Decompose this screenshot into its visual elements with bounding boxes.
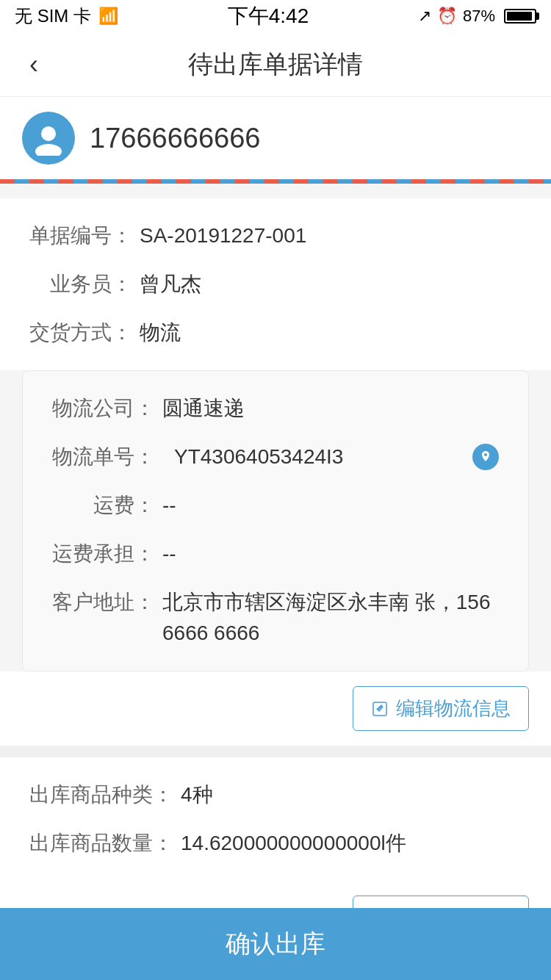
address-label: 客户地址： (52, 587, 162, 618)
freight-bearer-row: 运费承担： -- (52, 538, 499, 569)
status-right: ↗ ⏰ 87% (418, 7, 536, 26)
alarm-icon: ⏰ (437, 7, 457, 26)
order-info-section: 单据编号： SA-20191227-001 业务员： 曾凡杰 交货方式： 物流 (0, 198, 551, 370)
svg-point-0 (41, 126, 56, 141)
section-separator (0, 746, 551, 757)
freight-label: 运费： (52, 490, 162, 521)
location-status-icon: ↗ (418, 7, 431, 26)
freight-bearer-value: -- (162, 538, 499, 569)
avatar (22, 112, 75, 165)
status-bar: 无 SIM 卡 📶 下午4:42 ↗ ⏰ 87% (0, 0, 551, 32)
logistics-company-value: 圆通速递 (162, 393, 499, 424)
tracking-number-label: 物流单号： (52, 442, 162, 472)
goods-types-value: 4种 (181, 779, 522, 810)
goods-section: 出库商品种类： 4种 出库商品数量： 14.620000000000000l件 (0, 757, 551, 881)
edit-logistics-button[interactable]: 编辑物流信息 (353, 686, 529, 731)
nav-bar: ‹ 待出库单据详情 (0, 32, 551, 97)
tracking-number-row: 物流单号： YT43064053424I3 (52, 442, 499, 472)
address-row: 客户地址： 北京市市辖区海淀区永丰南 张，156 6666 6666 (52, 587, 499, 649)
logistics-company-label: 物流公司： (52, 393, 162, 424)
logistics-company-row: 物流公司： 圆通速递 (52, 393, 499, 424)
freight-value: -- (162, 490, 499, 521)
sales-person-label: 业务员： (29, 269, 140, 300)
order-number-row: 单据编号： SA-20191227-001 (29, 220, 522, 251)
map-pin-icon[interactable] (472, 444, 499, 470)
wifi-icon: 📶 (98, 7, 118, 26)
back-button[interactable]: ‹ (22, 42, 46, 87)
edit-logistics-area: 编辑物流信息 (0, 671, 551, 746)
goods-types-label: 出库商品种类： (29, 779, 181, 810)
freight-bearer-label: 运费承担： (52, 538, 162, 569)
delivery-method-row: 交货方式： 物流 (29, 317, 522, 348)
sales-person-row: 业务员： 曾凡杰 (29, 269, 522, 300)
avatar-icon (31, 120, 66, 156)
status-time: 下午4:42 (228, 2, 309, 30)
confirm-outbound-button[interactable]: 确认出库 (0, 908, 551, 980)
confirm-btn-label: 确认出库 (226, 927, 325, 961)
svg-point-1 (35, 144, 62, 156)
address-value: 北京市市辖区海淀区永丰南 张，156 6666 6666 (162, 587, 499, 649)
battery-icon (504, 9, 536, 24)
sales-person-value: 曾凡杰 (140, 269, 522, 300)
delivery-method-value: 物流 (140, 317, 522, 348)
customer-header: 17666666666 (0, 97, 551, 179)
customer-phone: 17666666666 (90, 123, 260, 154)
order-number-label: 单据编号： (29, 220, 140, 251)
dashed-divider (0, 179, 551, 184)
logistics-card: 物流公司： 圆通速递 物流单号： YT43064053424I3 运费： -- … (22, 370, 529, 671)
carrier-text: 无 SIM 卡 (15, 4, 91, 28)
goods-quantity-value: 14.620000000000000l件 (181, 828, 522, 859)
page-title: 待出库单据详情 (188, 48, 363, 82)
goods-quantity-row: 出库商品数量： 14.620000000000000l件 (29, 828, 522, 859)
edit-logistics-label: 编辑物流信息 (396, 696, 511, 721)
goods-quantity-label: 出库商品数量： (29, 828, 181, 859)
order-number-value: SA-20191227-001 (140, 220, 522, 251)
edit-icon (371, 700, 389, 718)
status-left: 无 SIM 卡 📶 (15, 4, 118, 28)
goods-types-row: 出库商品种类： 4种 (29, 779, 522, 810)
tracking-number-value: YT43064053424I3 (174, 442, 461, 472)
battery-text: 87% (463, 7, 495, 26)
delivery-method-label: 交货方式： (29, 317, 140, 348)
freight-row: 运费： -- (52, 490, 499, 521)
